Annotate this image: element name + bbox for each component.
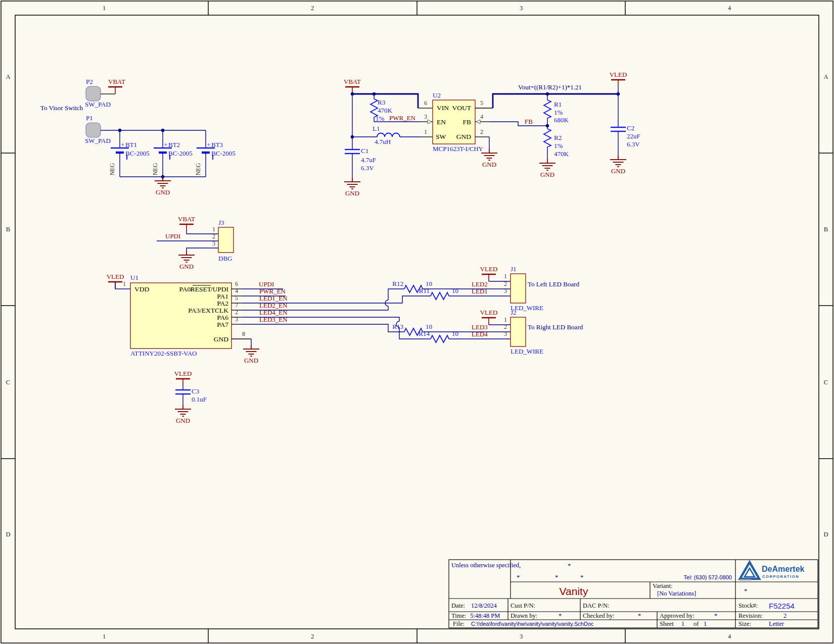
j2-designator: J2	[511, 309, 517, 316]
r3-designator: R3	[378, 98, 385, 106]
gnd-symbol	[243, 345, 259, 356]
resistor-r2[interactable]	[544, 129, 551, 147]
vled-label: VLED	[610, 71, 627, 78]
p2-type: SW_PAD	[85, 101, 111, 108]
j3-pin3-wire	[187, 248, 218, 251]
to-left-led-board-note: To Left LED Board	[528, 280, 579, 288]
resistor-r11[interactable]	[431, 292, 449, 300]
vled-power-port	[611, 80, 625, 87]
file-label: File:	[453, 620, 465, 627]
variant-value: [No Variations]	[657, 590, 696, 597]
bt2-plus: +	[164, 141, 167, 148]
u1-pin2-number: 2	[235, 309, 238, 316]
c2-designator: C2	[627, 124, 634, 132]
vled-label: VLED	[174, 370, 192, 377]
approved-by-value: *	[714, 612, 717, 619]
to-right-led-board-note: To Right LED Board	[528, 323, 583, 331]
fb-input-arrow	[476, 120, 480, 124]
stock-value: F52254	[769, 602, 795, 610]
resistor-r14[interactable]	[431, 335, 449, 342]
p1-pad[interactable]	[86, 123, 101, 137]
sheet-label: Sheet	[660, 620, 674, 627]
zone-col-4-bottom: 4	[728, 633, 731, 640]
u2-pin5-number: 5	[480, 100, 483, 107]
c3-value: 0.1uF	[192, 395, 207, 403]
drawn-by-label: Drawn by:	[511, 612, 537, 619]
u1-designator: U1	[130, 274, 138, 281]
en-input-arrow	[428, 120, 432, 124]
led1-en-net-label: LED1_EN	[259, 294, 288, 302]
led3-en-wire	[242, 324, 404, 332]
stock-label: Stock#:	[738, 602, 758, 609]
project-title: Vanity	[560, 585, 588, 597]
r3-value: 470K	[378, 107, 393, 114]
bt2-neg-label: NEG	[152, 163, 159, 175]
gnd-label: GND	[244, 357, 258, 364]
led4-en-net-label: LED4_EN	[259, 309, 288, 316]
zone-row-a-left: A	[6, 73, 10, 80]
j2-pin1-number: 1	[504, 316, 507, 323]
gnd-symbol	[610, 156, 626, 167]
p2-pad[interactable]	[86, 86, 101, 101]
sheet-of-label: of	[693, 620, 699, 627]
bt1-neg-label: NEG	[109, 163, 116, 175]
p1-type: SW_PAD	[85, 137, 111, 144]
u1-pin-pa6: PA6	[217, 314, 228, 321]
zone-row-d-right: D	[823, 531, 828, 538]
drawn-by-value: *	[559, 612, 562, 619]
gnd-symbol	[155, 177, 171, 188]
vled-label: VLED	[480, 265, 498, 273]
updi-net-label: UPDI	[259, 280, 274, 288]
j2-pin2-number: 2	[504, 323, 507, 330]
zone-row-b-right: B	[824, 226, 828, 233]
u1-pin4-number: 4	[235, 287, 238, 294]
u1-pin-pa1: PA1	[217, 292, 228, 300]
led2-net-label: LED2	[472, 280, 488, 288]
j2-body[interactable]	[511, 317, 526, 346]
led2-en-wire	[388, 289, 404, 300]
j2-type: LED_WIRE	[511, 348, 543, 355]
c1-value: 4.7uF	[361, 156, 376, 164]
gnd-label: GND	[156, 188, 170, 196]
u1-pin-pa7: PA7	[217, 321, 228, 328]
bt1-plus: +	[121, 141, 124, 148]
vled-label: VLED	[107, 273, 124, 280]
gnd-label: GND	[611, 167, 625, 175]
u1-pin-gnd: GND	[214, 335, 228, 343]
u1-pin5-number: 5	[235, 294, 238, 302]
p1-designator: P1	[86, 114, 93, 122]
checked-by-value: *	[638, 612, 641, 619]
j2-pin3-number: 3	[504, 330, 507, 337]
zone-row-b-left: B	[6, 226, 10, 233]
pwr-en-net-label: PWR_EN	[259, 287, 286, 295]
approved-by-label: Approved by:	[660, 612, 694, 619]
vled-label: VLED	[480, 309, 498, 316]
resistor-r1[interactable]	[544, 100, 551, 118]
vbat-label: VBAT	[108, 78, 125, 85]
u1-pin6-number: 6	[235, 280, 238, 287]
revision-value: 2	[783, 612, 786, 619]
size-label: Size:	[738, 620, 751, 627]
u2-pin4-number: 4	[480, 113, 483, 120]
updi-net-label: UPDI	[165, 232, 180, 240]
logo-cell-star: *	[744, 587, 747, 595]
boost-converter-block: VBAT R3 470K 1% PWR_EN L1 4.7uH C1 4.7uF…	[344, 71, 640, 197]
u1-part-number: ATTINY202-SSBT-VAO	[130, 350, 197, 357]
j3-body[interactable]	[218, 227, 234, 253]
bt3-value: BC-2005	[211, 150, 236, 157]
led-connector-block: R11 10 LED1 R12 10 LED2 R14 10 LED4 R13 …	[242, 265, 583, 355]
j1-body[interactable]	[511, 274, 526, 303]
u2-pin-sw: SW	[436, 133, 446, 140]
inductor-l1[interactable]	[377, 133, 400, 137]
u2-pin-gnd: GND	[456, 133, 471, 140]
gnd-label: GND	[540, 171, 554, 178]
logo-name: DeAmertek	[762, 565, 805, 573]
j1-pin2-number: 2	[504, 280, 507, 287]
u1-pin3-number: 3	[235, 316, 238, 323]
r14-designator: R14	[419, 330, 430, 337]
dac-pn-label: DAC P/N:	[583, 602, 609, 609]
u1-pin8-number: 8	[242, 330, 245, 337]
pwr-en-net-label: PWR_EN	[389, 114, 416, 122]
sheet-border: 1 2 3 4 1 2 3 4 A B C D A B C D	[1, 1, 833, 643]
r1-value: 680K	[554, 116, 569, 124]
